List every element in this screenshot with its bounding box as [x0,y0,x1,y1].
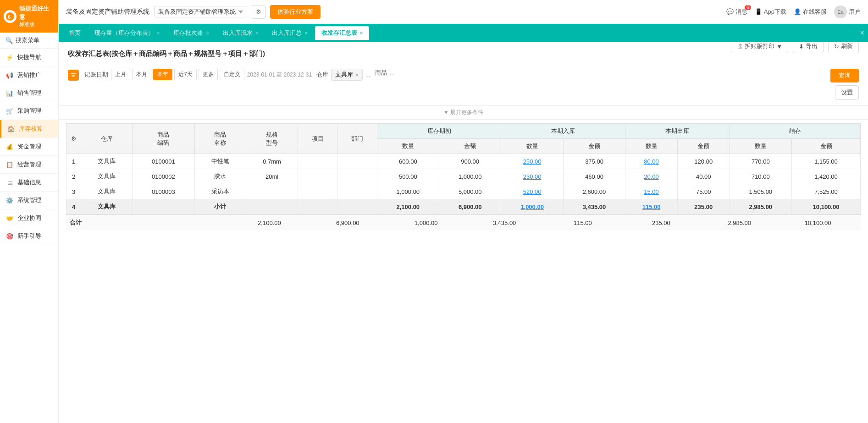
date-btn-this-year[interactable]: 本年 [153,69,172,80]
message-button[interactable]: 💬 消息 6 [726,8,747,16]
subtotal-dept [337,199,377,214]
col-init-qty: 数量 [377,139,439,154]
export-button[interactable]: ⬇ 导出 [793,42,824,53]
sidebar-item-quicknav[interactable]: ⚡ 快捷导航 [0,49,58,66]
cell-in-qty[interactable]: 520.00 [501,184,563,199]
warehouse-tag-text: 文具库 [335,71,353,79]
col-settings[interactable]: ⚙ [66,124,81,154]
sidebar-item-guide[interactable]: 🎯 新手引导 [0,227,58,245]
tab-close-icon[interactable]: × [206,30,209,36]
sidebar-item-operations[interactable]: 📋 经营管理 [0,156,58,174]
expand-more-button[interactable]: ▼ 展开更多条件 [59,106,868,120]
date-btn-this-month[interactable]: 本月 [132,69,151,80]
tab-inventory-dist[interactable]: 现存量（库存分布表） × [88,26,166,40]
cell-warehouse: 文具库 [81,169,133,184]
query-button[interactable]: 查询 [830,69,859,82]
tab-home-label: 首页 [69,29,81,37]
col-group-init: 库存期初 [377,124,501,139]
tab-inout-summary[interactable]: 出入库汇总 × [265,26,314,40]
footer-label: 合计 [70,219,230,227]
product-label: 商品 [375,69,387,77]
sidebar-item-marketing[interactable]: 📢 营销推广 [0,66,58,84]
info-icon: 🗂 [6,178,14,187]
cell-out-qty[interactable]: 15.00 [625,184,678,199]
warehouse-more[interactable]: ... [365,71,370,78]
subtotal-init-amt: 6,900.00 [439,199,501,214]
table-row: 2 文具库 0100002 胶水 20ml 500.00 1,000.00 23… [66,169,861,184]
cell-init-qty: 600.00 [377,154,439,169]
sidebar-item-label: 资金管理 [17,143,41,151]
print-button[interactable]: 🖨 拆账版打印 ▼ [731,42,788,53]
cell-bal-qty: 1,505.00 [730,184,791,199]
close-all-tabs-button[interactable]: × [860,29,864,37]
col-bal-amt: 金额 [792,139,861,154]
col-in-qty: 数量 [501,139,563,154]
cell-name: 胶水 [194,169,246,184]
sales-icon: 📊 [6,89,14,97]
system-select[interactable]: 装备及固定资产辅助管理系统 [154,6,247,17]
cell-code: 0100002 [133,169,194,184]
tab-label: 现存量（库存分布表） [94,29,154,37]
cell-in-qty[interactable]: 250.00 [501,154,563,169]
tab-close-icon[interactable]: × [157,30,160,36]
app-download-button[interactable]: 📱 App下载 [755,8,786,16]
footer-out-amt: 235.00 [622,220,700,226]
sidebar-item-label: 营销推广 [17,71,41,79]
sidebar-item-cooperation[interactable]: 🤝 企业协同 [0,209,58,227]
tab-close-icon[interactable]: × [255,30,258,36]
gear-button[interactable]: ⚙ [252,5,265,19]
date-btn-7days[interactable]: 近7天 [174,69,197,80]
tab-home[interactable]: 首页 [62,26,87,40]
sidebar-item-inventory[interactable]: 🏠 库存核算 [0,120,58,138]
tab-receive-send-summary[interactable]: 收发存汇总表 × [315,26,369,40]
refresh-label: 刷新 [841,42,853,50]
system-icon: ⚙️ [6,196,14,204]
tab-close-icon[interactable]: × [304,30,307,36]
warehouse-filter: 仓库 文具库 × ... [316,69,370,81]
cell-no: 3 [66,184,81,199]
subtotal-spec [246,199,298,214]
filter-toggle-button[interactable] [68,70,79,81]
date-btn-last-month[interactable]: 上月 [111,69,130,80]
sidebar-item-finance[interactable]: 💰 资金管理 [0,138,58,156]
subtotal-bal-amt: 10,100.00 [792,199,861,214]
col-name-header: 商品名称 [194,124,246,154]
inventory-icon: 🏠 [7,125,15,133]
page-header: 收发存汇总表(按仓库＋商品编码＋商品＋规格型号＋项目＋部门) 🖨 拆账版打印 ▼… [59,42,868,63]
sidebar-item-info[interactable]: 🗂 基础信息 [0,174,58,192]
sidebar-item-search[interactable]: 🔍 搜索菜单 [0,33,58,49]
subtotal-row: 4 文具库 小计 2,100.00 6,900.00 1,000.00 3,43… [66,199,861,214]
tab-batch-ledger[interactable]: 库存批次账 × [167,26,215,40]
user-menu[interactable]: Ea 用户 [834,5,861,18]
col-out-amt: 金额 [677,139,730,154]
col-bal-qty: 数量 [730,139,791,154]
top-header: 装备及固定资产辅助管理系统 装备及固定资产辅助管理系统 ⚙ 体验行业方案 💬 消… [59,0,868,24]
product-more[interactable]: ... [390,70,395,77]
tab-inout-flow[interactable]: 出入库流水 × [216,26,265,40]
warehouse-tag: 文具库 × [331,69,363,81]
tab-close-icon[interactable]: × [360,30,363,36]
page-actions: 🖨 拆账版打印 ▼ ⬇ 导出 ↻ 刷新 [731,42,859,53]
date-btn-more[interactable]: 更多 [199,69,218,80]
subtotal-in-qty: 1,000.00 [501,199,563,214]
date-btn-custom[interactable]: 自定义 [220,69,244,80]
footer-bal-amt: 10,100.00 [779,220,857,226]
table-footer: 合计 2,100.00 6,900.00 1,000.00 3,435.00 1… [66,214,861,231]
online-service-button[interactable]: 👤 在线客服 [794,8,827,16]
settings-button[interactable]: 设置 [835,85,859,100]
tab-label: 库存批次账 [173,29,203,37]
warehouse-tag-close[interactable]: × [355,71,359,78]
cell-dept [337,169,377,184]
sidebar-item-sales[interactable]: 📊 销售管理 [0,84,58,102]
trial-button[interactable]: 体验行业方案 [270,5,321,19]
footer-in-qty: 1,000.00 [387,220,465,226]
col-group-in: 本期入库 [501,124,625,139]
cell-out-qty[interactable]: 20.00 [625,169,678,184]
sidebar-item-system[interactable]: ⚙️ 系统管理 [0,192,58,209]
sidebar-item-purchase[interactable]: 🛒 采购管理 [0,102,58,120]
refresh-button[interactable]: ↻ 刷新 [828,42,859,53]
marketing-icon: 📢 [6,71,14,79]
cell-spec [246,184,298,199]
cell-out-qty[interactable]: 80.00 [625,154,678,169]
cell-in-qty[interactable]: 230.00 [501,169,563,184]
